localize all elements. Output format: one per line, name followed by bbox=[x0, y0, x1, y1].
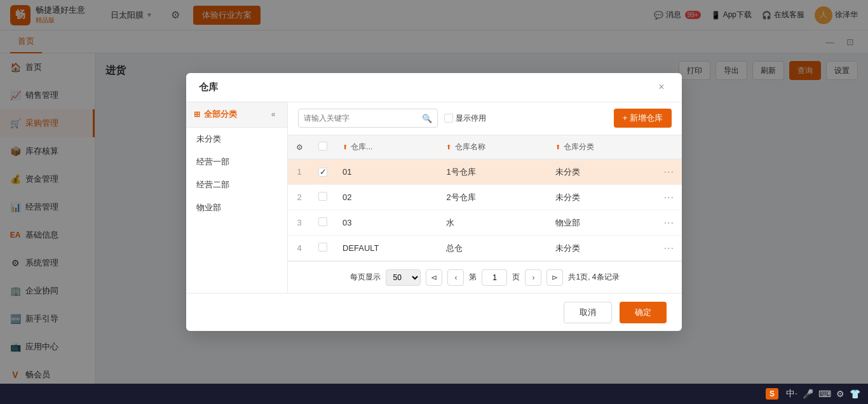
row-category: 物业部 bbox=[548, 210, 656, 236]
total-label: 共1页, 4条记录 bbox=[568, 272, 619, 283]
bottom-logo-icon: S bbox=[766, 388, 778, 400]
last-page-button[interactable]: ⊳ bbox=[546, 269, 563, 286]
first-page-button[interactable]: ⊲ bbox=[426, 269, 442, 286]
table-row[interactable]: 4 DEFAULT 总仓 未分类 ··· bbox=[288, 236, 682, 261]
row-number: 3 bbox=[288, 210, 311, 236]
table-row[interactable]: 2 02 2号仓库 未分类 ··· bbox=[288, 185, 682, 210]
th-name[interactable]: ⬆ 仓库名称 bbox=[438, 135, 547, 159]
row-number: 4 bbox=[288, 236, 311, 261]
row-more[interactable]: ··· bbox=[656, 159, 682, 185]
row-code: DEFAULT bbox=[335, 236, 438, 261]
shirt-icon: 👕 bbox=[850, 389, 860, 399]
more-icon[interactable]: ··· bbox=[664, 217, 674, 228]
row-name: 2号仓库 bbox=[438, 185, 547, 210]
collapse-icon[interactable]: « bbox=[267, 108, 280, 121]
bottom-bar: S 中· 🎤 ⌨ ⚙ 👕 bbox=[0, 384, 868, 404]
close-icon[interactable]: × bbox=[654, 79, 669, 95]
th-checkbox[interactable] bbox=[311, 135, 335, 159]
row-code: 03 bbox=[335, 210, 438, 236]
th-code[interactable]: ⬆ 仓库... bbox=[335, 135, 438, 159]
row-category: 未分类 bbox=[548, 159, 656, 185]
grid-icon: ⊞ bbox=[194, 110, 200, 119]
sort-icon-name: ⬆ bbox=[446, 144, 451, 151]
row-select-checkbox[interactable] bbox=[318, 217, 327, 226]
page-unit: 页 bbox=[512, 272, 520, 283]
th-settings: ⚙ bbox=[288, 135, 311, 159]
cancel-button[interactable]: 取消 bbox=[564, 302, 612, 323]
row-checkbox[interactable]: ✓ bbox=[311, 159, 335, 185]
sort-icon: ⬆ bbox=[342, 144, 348, 151]
bottom-label: 中· bbox=[786, 388, 797, 400]
dialog-header: 仓库 × bbox=[186, 73, 682, 102]
row-more[interactable]: ··· bbox=[656, 185, 682, 210]
table-row[interactable]: 1 ✓ 01 1号仓库 未分类 ··· bbox=[288, 159, 682, 185]
table-panel: 🔍 显示停用 + 新增仓库 ⚙ bbox=[288, 102, 682, 293]
search-input-wrap[interactable]: 🔍 bbox=[298, 109, 438, 128]
category-item-ops1[interactable]: 经营一部 bbox=[186, 151, 287, 173]
data-table: ⚙ ⬆ 仓库... ⬆ 仓库名称 bbox=[288, 135, 682, 262]
table-toolbar: 🔍 显示停用 + 新增仓库 bbox=[288, 102, 682, 135]
dialog-overlay: 仓库 × ⊞ 全部分类 « 未分类 经营一部 经营二部 bbox=[0, 0, 868, 404]
show-disabled-wrap: 显示停用 bbox=[444, 113, 486, 124]
per-page-label: 每页显示 bbox=[350, 272, 381, 283]
add-warehouse-button[interactable]: + 新增仓库 bbox=[614, 109, 672, 128]
page-input[interactable] bbox=[482, 269, 507, 286]
category-item-unclassified[interactable]: 未分类 bbox=[186, 128, 287, 151]
th-actions bbox=[656, 135, 682, 159]
per-page-select[interactable]: 50 100 200 bbox=[386, 269, 421, 286]
row-checkbox[interactable] bbox=[311, 210, 335, 236]
dialog-title: 仓库 bbox=[199, 81, 218, 93]
row-more[interactable]: ··· bbox=[656, 210, 682, 236]
category-header: ⊞ 全部分类 « bbox=[186, 102, 287, 128]
page-label: 第 bbox=[469, 272, 477, 283]
show-disabled-checkbox[interactable] bbox=[444, 114, 453, 123]
row-select-checkbox[interactable]: ✓ bbox=[318, 168, 327, 177]
next-page-button[interactable]: › bbox=[525, 269, 541, 286]
confirm-button[interactable]: 确定 bbox=[620, 302, 667, 323]
dialog-footer: 取消 确定 bbox=[186, 293, 682, 331]
row-category: 未分类 bbox=[548, 236, 656, 261]
sort-icon-category: ⬆ bbox=[555, 144, 560, 151]
category-item-property[interactable]: 物业部 bbox=[186, 196, 287, 219]
more-icon[interactable]: ··· bbox=[664, 243, 674, 253]
row-checkbox[interactable] bbox=[311, 185, 335, 210]
row-name: 总仓 bbox=[438, 236, 547, 261]
row-checkbox[interactable] bbox=[311, 236, 335, 261]
row-category: 未分类 bbox=[548, 185, 656, 210]
prev-page-button[interactable]: ‹ bbox=[447, 269, 464, 286]
show-disabled-label: 显示停用 bbox=[456, 113, 486, 124]
row-select-checkbox[interactable] bbox=[318, 243, 327, 252]
th-category[interactable]: ⬆ 仓库分类 bbox=[548, 135, 656, 159]
row-name: 1号仓库 bbox=[438, 159, 547, 185]
row-number: 2 bbox=[288, 185, 311, 210]
row-code: 01 bbox=[335, 159, 438, 185]
pagination-bar: 每页显示 50 100 200 ⊲ ‹ 第 页 › ⊳ 共1页, 4条记录 bbox=[288, 261, 682, 293]
category-panel: ⊞ 全部分类 « 未分类 经营一部 经营二部 物业部 bbox=[186, 102, 288, 293]
row-code: 02 bbox=[335, 185, 438, 210]
row-number: 1 bbox=[288, 159, 311, 185]
category-item-ops2[interactable]: 经营二部 bbox=[186, 173, 287, 196]
search-input[interactable] bbox=[304, 114, 422, 123]
search-icon: 🔍 bbox=[422, 114, 432, 123]
row-select-checkbox[interactable] bbox=[318, 192, 327, 201]
keyboard-icon[interactable]: ⌨ bbox=[818, 389, 831, 399]
dialog-body: ⊞ 全部分类 « 未分类 经营一部 经营二部 物业部 bbox=[186, 102, 682, 293]
table-row[interactable]: 3 03 水 物业部 ··· bbox=[288, 210, 682, 236]
more-icon[interactable]: ··· bbox=[664, 192, 674, 203]
select-all-checkbox[interactable] bbox=[318, 142, 327, 151]
warehouse-dialog: 仓库 × ⊞ 全部分类 « 未分类 经营一部 经营二部 bbox=[186, 73, 682, 332]
more-icon[interactable]: ··· bbox=[664, 166, 674, 177]
row-more[interactable]: ··· bbox=[656, 236, 682, 261]
category-all-label[interactable]: 全部分类 bbox=[204, 109, 237, 120]
microphone-icon[interactable]: 🎤 bbox=[803, 389, 813, 399]
settings2-icon[interactable]: ⚙ bbox=[836, 389, 844, 399]
row-name: 水 bbox=[438, 210, 547, 236]
